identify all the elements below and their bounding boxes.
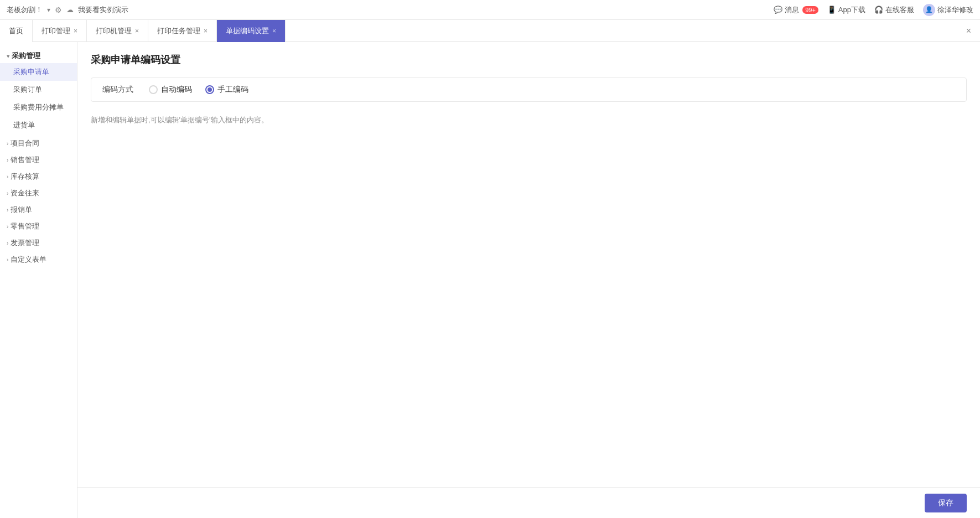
user-name: 徐泽华修改 <box>937 5 973 15</box>
tab-print-task-mgmt[interactable]: 打印任务管理 × <box>148 20 217 42</box>
sidebar-group-custom-form[interactable]: › 自定义表单 <box>0 250 77 267</box>
app-download-label: App下载 <box>838 5 865 15</box>
tab-barcode-settings-label: 单据编码设置 <box>226 26 269 36</box>
content-area: 采购申请单编码设置 编码方式 自动编码 手工编码 新增和编辑单据时,可以编辑'单… <box>77 42 980 518</box>
tab-barcode-settings[interactable]: 单据编码设置 × <box>217 20 286 42</box>
radio-manual-code-circle <box>205 85 214 94</box>
chevron-right-icon-4: › <box>7 190 8 196</box>
tab-print-task-mgmt-label: 打印任务管理 <box>157 26 200 36</box>
online-service-button[interactable]: 🎧 在线客服 <box>874 5 914 15</box>
tab-close-printer-mgmt[interactable]: × <box>135 27 139 35</box>
info-text: 新增和编辑单据时,可以编辑'单据编号'输入框中的内容。 <box>91 111 967 130</box>
app-download-button[interactable]: 📱 App下载 <box>827 5 865 15</box>
sidebar-group-inventory[interactable]: › 库存核算 <box>0 167 77 184</box>
radio-auto-code-label: 自动编码 <box>161 85 192 95</box>
top-bar-left: 老板勿割！ ▾ ⚙ ☁ 我要看实例演示 <box>7 5 128 15</box>
content-inner: 采购申请单编码设置 编码方式 自动编码 手工编码 新增和编辑单据时,可以编辑'单… <box>77 42 980 141</box>
sidebar-group-inventory-label: 库存核算 <box>11 172 39 182</box>
message-badge: 99+ <box>802 6 818 14</box>
radio-manual-code[interactable]: 手工编码 <box>205 85 248 95</box>
sidebar-group-returns-label: 报销单 <box>11 205 32 215</box>
cloud-icon: ☁ <box>66 6 74 14</box>
chevron-down-icon[interactable]: ▾ <box>47 6 50 14</box>
demo-link[interactable]: 我要看实例演示 <box>78 5 128 15</box>
encoding-section: 编码方式 自动编码 手工编码 <box>91 77 967 102</box>
sidebar-group-project-contract[interactable]: › 项目合同 <box>0 134 77 151</box>
user-profile-button[interactable]: 👤 徐泽华修改 <box>923 4 973 16</box>
tab-home-label: 首页 <box>9 26 23 36</box>
tab-close-barcode-settings[interactable]: × <box>272 27 276 35</box>
sidebar-item-purchase-order[interactable]: 采购订单 <box>0 81 77 99</box>
tab-close-print-mgmt[interactable]: × <box>74 27 77 35</box>
headphone-icon: 🎧 <box>874 6 883 14</box>
page-title: 采购申请单编码设置 <box>91 53 967 66</box>
sidebar-group-fund-flow-label: 资金往来 <box>11 188 39 198</box>
sidebar-group-fund-flow[interactable]: › 资金往来 <box>0 184 77 200</box>
save-button[interactable]: 保存 <box>925 494 967 512</box>
bottom-bar: 保存 <box>77 487 980 518</box>
sidebar-group-returns[interactable]: › 报销单 <box>0 200 77 217</box>
chevron-right-icon-6: › <box>7 224 8 230</box>
tab-home[interactable]: 首页 <box>0 20 33 42</box>
sidebar-item-purchase-request[interactable]: 采购申请单 <box>0 63 77 81</box>
sidebar-item-purchase-request-label: 采购申请单 <box>13 68 49 76</box>
message-label: 消息 <box>785 5 799 15</box>
sidebar-item-incoming-goods-label: 进货单 <box>13 121 35 129</box>
sidebar-group-retail-mgmt-label: 零售管理 <box>11 221 39 231</box>
avatar-icon: 👤 <box>923 4 935 16</box>
top-bar: 老板勿割！ ▾ ⚙ ☁ 我要看实例演示 💬 消息 99+ 📱 App下载 🎧 在… <box>0 0 980 20</box>
online-service-label: 在线客服 <box>885 5 914 15</box>
chevron-right-icon-2: › <box>7 157 8 163</box>
tab-bar: 首页 打印管理 × 打印机管理 × 打印任务管理 × 单据编码设置 × × <box>0 20 980 42</box>
sidebar-group-custom-form-label: 自定义表单 <box>11 255 46 265</box>
sidebar-group-sales-mgmt[interactable]: › 销售管理 <box>0 151 77 167</box>
tab-print-mgmt[interactable]: 打印管理 × <box>33 20 87 42</box>
encoding-label: 编码方式 <box>102 85 136 95</box>
tab-printer-mgmt-label: 打印机管理 <box>96 26 132 36</box>
arrow-down-icon: ▾ <box>7 53 9 59</box>
radio-auto-code-circle <box>149 85 158 94</box>
sidebar-item-incoming-goods[interactable]: 进货单 <box>0 116 77 134</box>
tab-printer-mgmt[interactable]: 打印机管理 × <box>87 20 148 42</box>
brand-text: 老板勿割！ <box>7 5 43 15</box>
sidebar-item-purchase-expense[interactable]: 采购费用分摊单 <box>0 99 77 116</box>
chevron-right-icon-5: › <box>7 207 8 213</box>
main-layout: ▾ 采购管理 采购申请单 采购订单 采购费用分摊单 进货单 › 项目合同 › 销… <box>0 42 980 518</box>
sidebar-group-purchase-mgmt-label: 采购管理 <box>12 51 40 61</box>
sidebar-group-invoice-mgmt[interactable]: › 发票管理 <box>0 234 77 250</box>
sidebar-item-purchase-expense-label: 采购费用分摊单 <box>13 103 64 111</box>
message-icon: 💬 <box>774 6 782 14</box>
radio-manual-code-label: 手工编码 <box>217 85 248 95</box>
chevron-right-icon-3: › <box>7 174 8 180</box>
tab-print-mgmt-label: 打印管理 <box>42 26 70 36</box>
mobile-icon: 📱 <box>827 6 836 14</box>
close-all-tabs-button[interactable]: × <box>957 20 980 42</box>
top-bar-right: 💬 消息 99+ 📱 App下载 🎧 在线客服 👤 徐泽华修改 <box>774 4 973 16</box>
sidebar-group-retail-mgmt[interactable]: › 零售管理 <box>0 217 77 234</box>
sidebar-group-project-contract-label: 项目合同 <box>11 138 39 148</box>
sidebar-group-purchase-mgmt[interactable]: ▾ 采购管理 <box>0 46 77 63</box>
sidebar-group-sales-mgmt-label: 销售管理 <box>11 155 39 165</box>
chevron-right-icon: › <box>7 141 8 147</box>
sidebar: ▾ 采购管理 采购申请单 采购订单 采购费用分摊单 进货单 › 项目合同 › 销… <box>0 42 77 518</box>
radio-auto-code[interactable]: 自动编码 <box>149 85 192 95</box>
chevron-right-icon-8: › <box>7 257 8 263</box>
gear-icon[interactable]: ⚙ <box>55 6 62 14</box>
radio-group: 自动编码 手工编码 <box>149 85 248 95</box>
sidebar-item-purchase-order-label: 采购订单 <box>13 85 42 94</box>
message-button[interactable]: 💬 消息 99+ <box>774 5 818 15</box>
sidebar-group-invoice-mgmt-label: 发票管理 <box>11 238 39 248</box>
tab-close-print-task-mgmt[interactable]: × <box>204 27 208 35</box>
chevron-right-icon-7: › <box>7 240 8 246</box>
